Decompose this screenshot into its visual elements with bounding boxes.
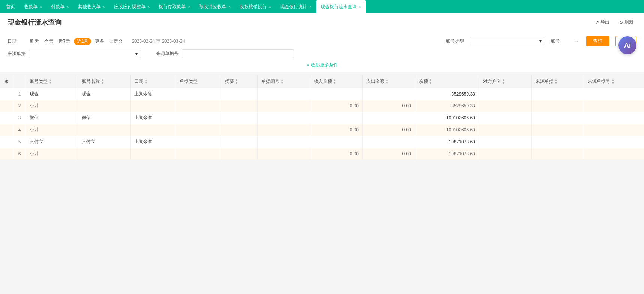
- col-account-type-label: 账号类型: [30, 78, 48, 85]
- date-filter-label: 日期: [8, 38, 23, 45]
- col-summary-label: 摘要: [225, 78, 234, 85]
- nav-receipt-verify[interactable]: 收款核销执行 ×: [235, 0, 276, 13]
- shortcut-today[interactable]: 今天: [43, 37, 55, 45]
- table-cell: [479, 124, 531, 136]
- table-cell: [584, 136, 644, 148]
- sort-account-type-icon: ▲▼: [49, 79, 52, 85]
- nav-other-income[interactable]: 其他收入单 ×: [74, 0, 110, 13]
- col-counterparty[interactable]: 对方户名 ▲▼: [479, 75, 531, 88]
- table-cell: [176, 148, 221, 160]
- sort-source-doc-icon: ▲▼: [555, 79, 558, 85]
- table-cell: 5: [14, 136, 26, 148]
- table-header-row: ⚙ 账号类型 ▲▼ 账号名称 ▲▼ 日期: [0, 75, 644, 88]
- table-cell: [131, 100, 176, 112]
- table-cell: [362, 112, 415, 124]
- export-button[interactable]: ↗ 导出: [592, 18, 612, 27]
- nav-home[interactable]: 首页: [2, 0, 20, 13]
- col-date[interactable]: 日期 ▲▼: [131, 75, 176, 88]
- col-counterparty-label: 对方户名: [483, 78, 501, 85]
- sort-summary-icon: ▲▼: [235, 79, 238, 85]
- table-cell: 微信: [78, 112, 131, 124]
- col-gear[interactable]: ⚙: [0, 75, 14, 88]
- table-cell: [0, 88, 14, 100]
- source-doc-select[interactable]: ▾: [29, 50, 141, 58]
- table-cell: 0.00: [310, 100, 363, 112]
- account-type-select[interactable]: ▾: [470, 37, 545, 45]
- nav-ar-ap-adjust[interactable]: 应收应付调整单 ×: [110, 0, 155, 13]
- col-account-name[interactable]: 账号名称 ▲▼: [78, 75, 131, 88]
- nav-receipt[interactable]: 收款单 ×: [20, 0, 47, 13]
- close-bank-deposit-icon[interactable]: ×: [188, 5, 190, 9]
- shortcut-7days[interactable]: 近7天: [57, 37, 72, 45]
- table-cell: [531, 136, 584, 148]
- table-cell: [531, 112, 584, 124]
- close-payment-icon[interactable]: ×: [67, 5, 69, 9]
- nav-bank-deposit[interactable]: 银行存取款单 ×: [154, 0, 195, 13]
- close-receipt-icon[interactable]: ×: [40, 5, 42, 9]
- table-cell: [362, 88, 415, 100]
- table-cell: [131, 124, 176, 136]
- table-cell: [310, 136, 363, 148]
- table-row[interactable]: 6小计0.000.0019871073.60: [0, 148, 644, 160]
- col-balance-label: 余额: [419, 78, 428, 85]
- table-cell: [0, 112, 14, 124]
- table-cell: [479, 88, 531, 100]
- table-cell: [176, 112, 221, 124]
- table-cell: [531, 124, 584, 136]
- col-income[interactable]: 收入金额 ▲▼: [310, 75, 363, 88]
- table-cell: [479, 136, 531, 148]
- account-dots[interactable]: ···: [572, 39, 580, 44]
- table-cell: 上期余额: [131, 136, 176, 148]
- source-doc-label: 来源单据: [8, 51, 26, 57]
- close-cash-flow-icon[interactable]: ×: [359, 5, 361, 9]
- table-cell: [584, 112, 644, 124]
- col-source-doc-no[interactable]: 来源单据号 ▲▼: [584, 75, 644, 88]
- query-button[interactable]: 查询: [586, 36, 609, 46]
- table-cell: [0, 136, 14, 148]
- collapse-bar[interactable]: ∧ 收起更多条件: [8, 60, 636, 69]
- col-balance[interactable]: 余额 ▲▼: [415, 75, 479, 88]
- refresh-icon: ↻: [619, 20, 623, 25]
- source-doc-no-input[interactable]: [182, 49, 294, 58]
- table-cell: 上期余额: [131, 112, 176, 124]
- close-prepay-icon[interactable]: ×: [228, 5, 231, 9]
- shortcut-more[interactable]: 更多: [93, 37, 105, 45]
- shortcut-yesterday[interactable]: 昨天: [29, 37, 41, 45]
- date-shortcuts: 昨天 今天 近7天 近1月 更多 自定义: [29, 37, 124, 45]
- table-row[interactable]: 4小计0.000.00100102606.60: [0, 124, 644, 136]
- ai-label: Ai: [624, 42, 631, 49]
- table-cell: [78, 148, 131, 160]
- refresh-button[interactable]: ↻ 刷新: [616, 18, 636, 27]
- table-cell: [584, 100, 644, 112]
- nav-cash-stat[interactable]: 现金银行统计 ×: [276, 0, 316, 13]
- ai-assistant-button[interactable]: Ai: [618, 36, 636, 54]
- col-doc-no[interactable]: 单据编号 ▲▼: [258, 75, 310, 88]
- table-cell: [258, 100, 310, 112]
- shortcut-custom[interactable]: 自定义: [108, 37, 124, 45]
- table-cell: [310, 88, 363, 100]
- sort-balance-icon: ▲▼: [429, 79, 432, 85]
- nav-prepay-flush[interactable]: 预收冲应收单 ×: [195, 0, 235, 13]
- table-cell: 小计: [26, 124, 78, 136]
- close-other-income-icon[interactable]: ×: [103, 5, 105, 9]
- table-row[interactable]: 2小计0.000.00-3528659.33: [0, 100, 644, 112]
- col-summary[interactable]: 摘要 ▲▼: [221, 75, 258, 88]
- table-row[interactable]: 1现金现金上期余额-3528659.33: [0, 88, 644, 100]
- close-ar-ap-icon[interactable]: ×: [148, 5, 150, 9]
- shortcut-1month[interactable]: 近1月: [74, 38, 92, 45]
- account-label: 账号: [551, 38, 566, 45]
- table-cell: 小计: [26, 100, 78, 112]
- table-row[interactable]: 3微信微信上期余额100102606.60: [0, 112, 644, 124]
- col-account-type[interactable]: 账号类型 ▲▼: [26, 75, 78, 88]
- table-cell: 上期余额: [131, 88, 176, 100]
- col-date-label: 日期: [134, 78, 143, 85]
- close-cash-stat-icon[interactable]: ×: [309, 5, 312, 9]
- col-expense[interactable]: 支出金额 ▲▼: [362, 75, 415, 88]
- nav-payment[interactable]: 付款单 ×: [47, 0, 74, 13]
- table-cell: [479, 112, 531, 124]
- sort-expense-icon: ▲▼: [386, 79, 389, 85]
- table-row[interactable]: 5支付宝支付宝上期余额19871073.60: [0, 136, 644, 148]
- col-source-doc[interactable]: 来源单据 ▲▼: [531, 75, 584, 88]
- close-receipt-verify-icon[interactable]: ×: [269, 5, 271, 9]
- nav-cash-flow[interactable]: 现金银行流水查询 ×: [316, 0, 366, 13]
